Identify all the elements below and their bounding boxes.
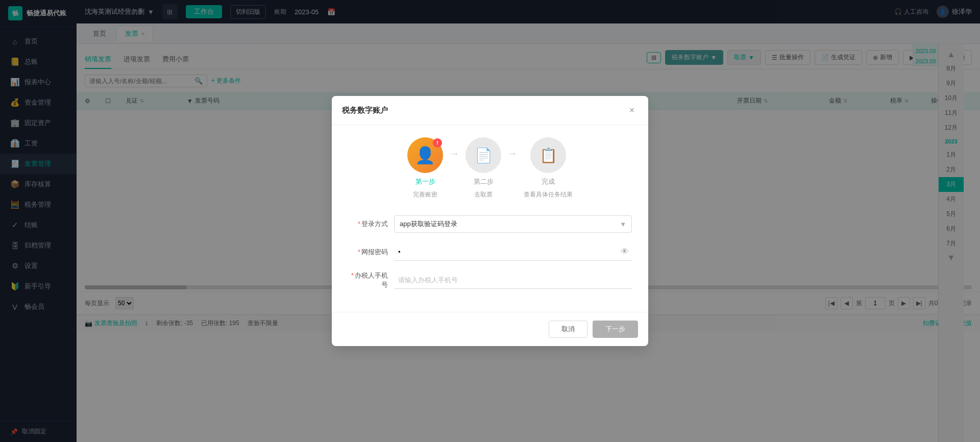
step-1: 👤 ! 第一步 完善账密	[407, 137, 443, 199]
step-3-icon-wrap: 📋	[530, 137, 566, 173]
step-2-icon: 📄	[475, 147, 493, 164]
dialog-footer: 取消 下一步	[332, 312, 648, 346]
form-item-login-method: 登录方式 app获取验证码登录 ▼	[348, 215, 632, 233]
login-method-select[interactable]: app获取验证码登录 ▼	[394, 215, 632, 233]
dialog-close-button[interactable]: ×	[626, 104, 638, 116]
step-arrow-1: →	[443, 148, 465, 159]
dialog-overlay[interactable]: 税务数字账户 × 👤 ! 第一步 完善账密 →	[0, 0, 980, 442]
step-1-desc: 完善账密	[413, 190, 437, 199]
login-method-value: app获取验证码登录	[400, 219, 457, 229]
step-3: 📋 完成 查看具体任务结果	[524, 137, 573, 199]
steps: 👤 ! 第一步 完善账密 → 📄 第二步 去取票 →	[348, 137, 632, 199]
form-item-phone: 办税人手机号	[348, 271, 632, 289]
login-method-control: app获取验证码登录 ▼	[394, 215, 632, 233]
phone-label: 办税人手机号	[348, 271, 394, 289]
step-arrow-2: →	[501, 148, 524, 159]
step-2-icon-wrap: 📄	[465, 137, 501, 173]
password-toggle-icon[interactable]: 👁	[618, 247, 632, 256]
password-input[interactable]	[394, 243, 618, 260]
password-wrap: 👁	[394, 243, 632, 261]
step-1-icon: 👤	[415, 145, 435, 165]
step-3-desc: 查看具体任务结果	[524, 190, 573, 199]
dialog-header: 税务数字账户 ×	[332, 96, 648, 125]
select-arrow-icon: ▼	[620, 220, 626, 228]
phone-input[interactable]	[394, 272, 632, 289]
password-control: 👁	[394, 243, 632, 261]
step-2: 📄 第二步 去取票	[465, 137, 501, 199]
step-1-icon-wrap: 👤 !	[407, 137, 443, 173]
next-button[interactable]: 下一步	[593, 321, 638, 338]
step-2-label: 第二步	[474, 177, 494, 186]
dialog-body: 👤 ! 第一步 完善账密 → 📄 第二步 去取票 →	[332, 125, 648, 312]
form-item-password: 网报密码 👁	[348, 243, 632, 261]
login-method-label: 登录方式	[348, 219, 394, 229]
tax-digital-dialog: 税务数字账户 × 👤 ! 第一步 完善账密 →	[332, 96, 648, 346]
step-1-label: 第一步	[415, 177, 435, 186]
step-2-desc: 去取票	[474, 190, 493, 199]
dialog-title: 税务数字账户	[342, 106, 388, 115]
step-3-icon: 📋	[540, 147, 557, 164]
cancel-button[interactable]: 取消	[549, 321, 587, 338]
password-label: 网报密码	[348, 248, 394, 257]
step-1-badge: !	[433, 138, 442, 148]
step-3-label: 完成	[542, 177, 555, 186]
phone-control	[394, 272, 632, 289]
